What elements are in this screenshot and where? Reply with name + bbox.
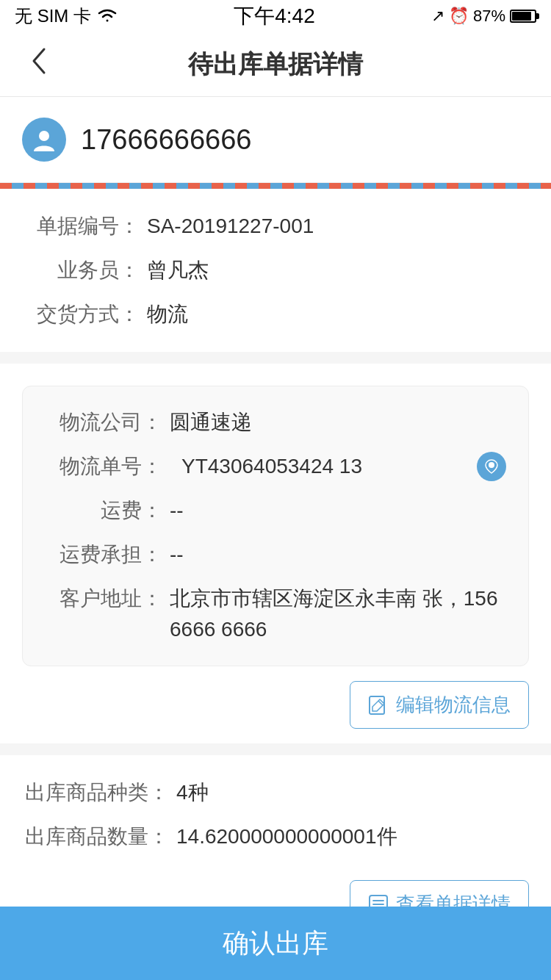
logistics-section: 物流公司： 圆通速递 物流单号： YT43064053424 13 运费： --… [0,364,551,743]
confirm-outbound-label: 确认出库 [223,926,328,962]
edit-btn-row: 编辑物流信息 [22,681,529,729]
freight-bearer-value: -- [170,539,506,570]
alarm-icon: ⏰ [449,7,469,26]
avatar [22,118,66,162]
order-number-value: SA-20191227-001 [147,211,529,242]
status-carrier: 无 SIM 卡 [15,4,118,28]
nav-bar: 待出库单据详情 [0,32,551,97]
address-row: 客户地址： 北京市市辖区海淀区永丰南 张，156 6666 6666 [45,583,506,645]
edit-icon [368,695,389,716]
tracking-row: 物流单号： YT43064053424 13 [45,451,506,482]
goods-quantity-row: 出库商品数量： 14.620000000000001件 [22,821,529,852]
salesman-label: 业务员： [22,255,140,286]
logistics-company-label: 物流公司： [45,407,162,438]
goods-quantity-label: 出库商品数量： [22,821,169,852]
tracking-value: YT43064053424 13 [181,451,456,482]
salesman-row: 业务员： 曾凡杰 [22,255,529,286]
address-value: 北京市市辖区海淀区永丰南 张，156 6666 6666 [170,583,506,645]
page-title: 待出库单据详情 [188,48,363,82]
logistics-company-value: 圆通速递 [170,407,506,438]
user-card: 17666666666 [0,97,551,183]
delivery-row: 交货方式： 物流 [22,299,529,330]
section-divider [0,743,551,755]
logistics-card: 物流公司： 圆通速递 物流单号： YT43064053424 13 运费： --… [22,386,529,666]
order-info-section: 单据编号： SA-20191227-001 业务员： 曾凡杰 交货方式： 物流 [0,189,551,352]
goods-quantity-value: 14.620000000000001件 [176,821,529,852]
goods-types-value: 4种 [176,777,529,808]
edit-logistics-button[interactable]: 编辑物流信息 [350,681,529,729]
confirm-outbound-button[interactable]: 确认出库 [0,907,551,980]
location-status-icon: ↗ [431,7,444,26]
carrier-text: 无 SIM 卡 [15,4,91,28]
goods-types-label: 出库商品种类： [22,777,169,808]
salesman-value: 曾凡杰 [147,255,529,286]
logistics-company-row: 物流公司： 圆通速递 [45,407,506,438]
dashed-divider [0,183,551,189]
back-button[interactable] [22,39,54,90]
location-icon[interactable] [477,452,506,481]
status-time: 下午4:42 [234,2,315,30]
wifi-icon [97,9,118,24]
user-phone: 17666666666 [81,124,251,156]
freight-bearer-row: 运费承担： -- [45,539,506,570]
freight-row: 运费： -- [45,495,506,526]
freight-label: 运费： [45,495,162,526]
freight-value: -- [170,495,506,526]
tracking-label: 物流单号： [45,451,162,482]
goods-types-row: 出库商品种类： 4种 [22,777,529,808]
status-bar: 无 SIM 卡 下午4:42 ↗ ⏰ 87% [0,0,551,32]
battery-icon [510,10,536,23]
delivery-value: 物流 [147,299,529,330]
order-number-row: 单据编号： SA-20191227-001 [22,211,529,242]
svg-point-0 [39,131,49,141]
delivery-label: 交货方式： [22,299,140,330]
edit-logistics-label: 编辑物流信息 [396,692,511,718]
freight-bearer-label: 运费承担： [45,539,162,570]
address-label: 客户地址： [45,583,162,614]
order-number-label: 单据编号： [22,211,140,242]
svg-point-1 [489,462,494,468]
page-content: 17666666666 单据编号： SA-20191227-001 业务员： 曾… [0,97,551,980]
status-right: ↗ ⏰ 87% [431,7,536,26]
battery-percent: 87% [473,7,505,26]
